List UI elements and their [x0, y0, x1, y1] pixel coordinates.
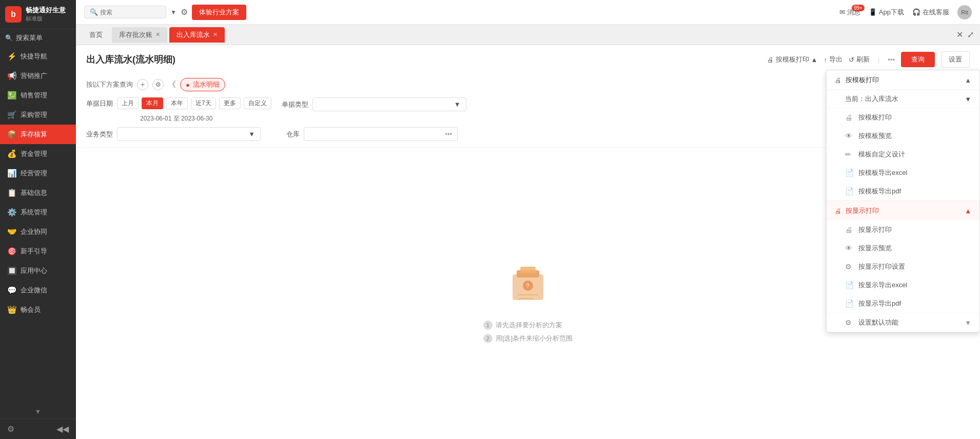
sidebar-item-system[interactable]: ⚙️ 系统管理	[0, 203, 76, 222]
print-template-button[interactable]: 🖨 按模板打印 ▲	[767, 55, 818, 64]
trial-button[interactable]: 体验行业方案	[192, 5, 246, 20]
refresh-label: 刷新	[856, 55, 870, 64]
date-this-month-btn[interactable]: 本月	[142, 97, 163, 109]
sidebar-item-purchase[interactable]: 🛒 采购管理	[0, 105, 76, 125]
display-print-label: 按显示打印	[858, 225, 892, 234]
sidebar-item-inventory[interactable]: 📦 库存核算	[0, 125, 76, 144]
sidebar-item-basic[interactable]: 📋 基础信息	[0, 183, 76, 203]
business-type-label: 业务类型	[86, 130, 113, 139]
more-actions-icon[interactable]: •••	[888, 56, 895, 64]
warehouse-select[interactable]: •••	[304, 127, 458, 141]
purchase-icon: 🛒	[7, 110, 16, 119]
topbar-gear-icon[interactable]: ⚙	[181, 7, 188, 17]
sidebar-item-guide[interactable]: 🎯 新手引导	[0, 242, 76, 261]
dropdown-display-section-header[interactable]: 🖨 按显示打印 ▲	[827, 201, 979, 221]
service-icon: 🎧	[912, 8, 920, 16]
date-custom-btn[interactable]: 自定义	[244, 97, 271, 109]
expand-tab-icon[interactable]: ⤢	[967, 30, 974, 39]
sidebar-item-quick-nav[interactable]: ⚡ 快捷导航	[0, 47, 76, 66]
filter-collapse-button[interactable]: 《	[168, 79, 176, 90]
display-export-excel-label: 按显示导出excel	[858, 281, 907, 290]
user-avatar[interactable]: Rit	[957, 5, 972, 19]
dropdown-template-custom[interactable]: ✏ 模板自定义设计	[827, 145, 979, 164]
template-print-label: 按模板打印	[858, 113, 892, 122]
filter-tag-icon: ●	[186, 81, 190, 89]
sidebar-item-cooperation[interactable]: 🤝 企业协同	[0, 222, 76, 242]
print-template-label: 按模板打印	[776, 55, 809, 64]
topbar-search-dropdown[interactable]: ▼	[170, 9, 177, 16]
tab-batch-account-close[interactable]: ✕	[155, 31, 160, 38]
query-button[interactable]: 查询	[901, 52, 935, 67]
filter-add-button[interactable]: ＋	[137, 79, 148, 90]
display-section-icon: 🖨	[835, 207, 841, 215]
online-service-button[interactable]: 🎧 在线客服	[912, 8, 949, 17]
sidebar-search-label: 搜索菜单	[16, 33, 43, 43]
template-excel-icon: 📄	[845, 169, 853, 177]
dropdown-template-print[interactable]: 🖨 按模板打印	[827, 108, 979, 127]
warehouse-more-icon[interactable]: •••	[445, 130, 452, 138]
settings-icon[interactable]: ⚙	[7, 424, 14, 434]
tab-inout-flow-close[interactable]: ✕	[213, 31, 218, 38]
search-icon: 🔍	[5, 34, 13, 42]
refresh-button[interactable]: ↺ 刷新	[849, 55, 870, 64]
tab-batch-account[interactable]: 库存批次账 ✕	[112, 27, 167, 43]
sidebar-item-sales[interactable]: 💹 销售管理	[0, 86, 76, 105]
business-type-select[interactable]: ▼	[117, 127, 261, 141]
export-button[interactable]: ↑ 导出	[824, 55, 842, 64]
marketing-icon: 📢	[7, 71, 16, 81]
sidebar-item-label: 新手引导	[21, 247, 47, 256]
topbar-search-box[interactable]: 🔍	[84, 6, 166, 18]
date-this-year-btn[interactable]: 本年	[166, 97, 188, 109]
sidebar-item-member[interactable]: 👑 畅会员	[0, 300, 76, 320]
dropdown-display-export-excel[interactable]: 📄 按显示导出excel	[827, 276, 979, 294]
sidebar-item-marketing[interactable]: 📢 营销推广	[0, 66, 76, 86]
dropdown-template-export-pdf[interactable]: 📄 按模板导出pdf	[827, 182, 979, 201]
sidebar-item-label: 资金管理	[21, 149, 47, 158]
dropdown-display-export-pdf[interactable]: 📄 按显示导出pdf	[827, 294, 979, 313]
dropdown-display-print-setting[interactable]: ⚙ 按显示打印设置	[827, 257, 979, 276]
default-setting-icon: ⚙	[845, 318, 853, 327]
setting-button[interactable]: 设置	[941, 51, 970, 68]
dropdown-template-export-excel[interactable]: 📄 按模板导出excel	[827, 164, 979, 182]
tab-inout-flow[interactable]: 出入库流水 ✕	[169, 27, 225, 43]
print-dropdown-arrow[interactable]: ▲	[811, 56, 818, 64]
date-more-btn[interactable]: 更多	[219, 97, 241, 109]
sidebar-item-app-center[interactable]: 🔲 应用中心	[0, 261, 76, 281]
dropdown-current-template[interactable]: 当前：出入库流水 ▼	[827, 90, 979, 108]
dropdown-display-print[interactable]: 🖨 按显示打印	[827, 221, 979, 239]
sidebar-item-operation[interactable]: 📊 经营管理	[0, 164, 76, 183]
template-pdf-icon: 📄	[845, 187, 853, 195]
export-label: 导出	[829, 55, 842, 64]
template-section-arrow: ▲	[965, 76, 971, 84]
date-last-month-btn[interactable]: 上月	[117, 97, 139, 109]
sidebar-item-label: 畅会员	[21, 305, 41, 314]
filter-setting-button[interactable]: ⚙	[152, 79, 164, 90]
dropdown-default-setting[interactable]: ⚙ 设置默认功能 ▼	[827, 313, 979, 332]
dropdown-template-section-header[interactable]: 🖨 按模板打印 ▲	[827, 70, 979, 90]
sidebar-item-finance[interactable]: 💰 资金管理	[0, 144, 76, 164]
sidebar-item-label: 企业协同	[21, 227, 47, 236]
message-button[interactable]: ✉ 消息 99+	[839, 8, 860, 17]
warehouse-label: 仓库	[286, 130, 300, 139]
dropdown-display-preview[interactable]: 👁 按显示预览	[827, 239, 979, 257]
app-logo-icon: b	[5, 6, 22, 23]
app-icon: 📱	[869, 8, 877, 16]
sidebar-item-label: 系统管理	[21, 208, 47, 217]
date-7days-btn[interactable]: 近7天	[191, 97, 216, 109]
topbar-right: ✉ 消息 99+ 📱 App下载 🎧 在线客服 Rit	[839, 5, 972, 19]
close-all-tabs-icon[interactable]: ✕	[956, 30, 963, 39]
collapse-sidebar-icon[interactable]: ◀◀	[56, 424, 69, 434]
app-download-button[interactable]: 📱 App下载	[869, 8, 904, 17]
sidebar-item-wechat[interactable]: 💬 企业微信	[0, 281, 76, 300]
sidebar-scroll-down[interactable]: ▼	[0, 405, 76, 418]
dropdown-template-preview[interactable]: 👁 按模板预览	[827, 127, 979, 145]
voucher-type-select[interactable]: ▼	[312, 97, 466, 111]
filter-active-tag[interactable]: ● 流水明细	[180, 78, 225, 91]
sidebar-search[interactable]: 🔍 搜索菜单	[0, 29, 76, 47]
topbar-left: 🔍 ▼ ⚙ 体验行业方案	[84, 5, 246, 20]
sidebar: b 畅捷通好生意 标准版 🔍 搜索菜单 ⚡ 快捷导航 📢 营销推广 💹 销售管理…	[0, 0, 76, 439]
app-brand: 畅捷通好生意	[26, 6, 66, 15]
tab-home[interactable]: 首页	[82, 27, 110, 43]
topbar-search-input[interactable]	[100, 9, 162, 16]
sidebar-item-label: 营销推广	[21, 71, 47, 81]
